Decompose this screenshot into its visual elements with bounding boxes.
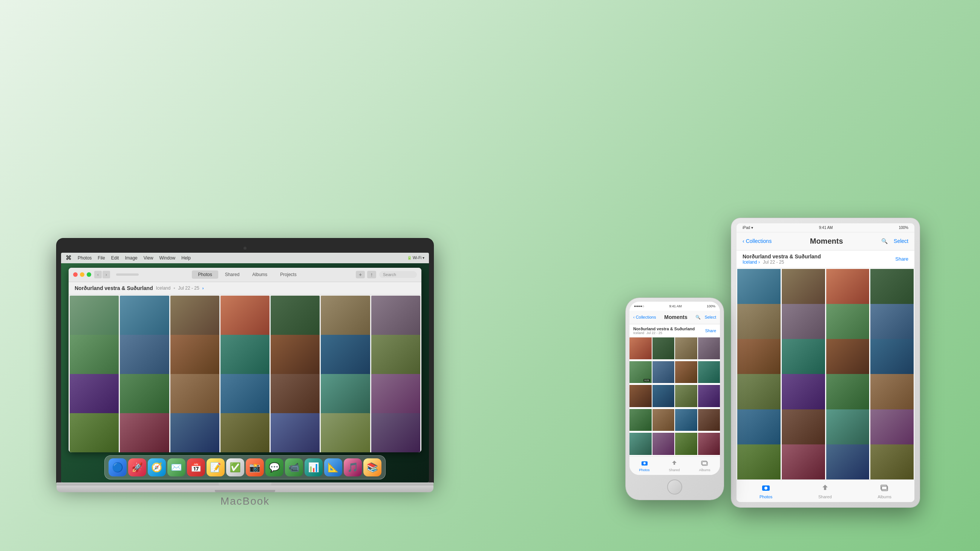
menu-file[interactable]: File xyxy=(98,256,105,260)
iphone-photo-cell[interactable] xyxy=(630,337,652,360)
dock-calendar[interactable]: 📅 xyxy=(187,458,205,476)
apple-menu[interactable]: ⌘ xyxy=(65,254,72,261)
iphone-photo-cell[interactable] xyxy=(698,361,720,383)
dock: 🔵 🚀 🧭 ✉️ 📅 📝 ✅ 📸 💬 📹 📊 📐 🎵 📚 xyxy=(104,455,386,480)
iphone-share-button[interactable]: Share xyxy=(705,329,716,333)
iphone-photo-cell[interactable]: 0:23 xyxy=(630,361,652,383)
iphone-tab-photos[interactable]: Photos xyxy=(639,459,649,472)
iphone-photo-cell[interactable] xyxy=(652,385,675,407)
add-button[interactable]: + xyxy=(356,271,365,278)
menu-edit[interactable]: Edit xyxy=(111,256,119,260)
iphone-moment-header: Norðurland vestra & Suðurland Iceland Ju… xyxy=(630,324,720,337)
iphone-tab-albums[interactable]: Albums xyxy=(699,459,710,472)
macbook-label: MacBook xyxy=(57,495,433,507)
photo-cell[interactable] xyxy=(120,413,169,453)
ipad-photo-cell[interactable] xyxy=(826,445,870,479)
ipad-outer: iPad ▾ 9:41 AM 100% ‹ Collections Moment… xyxy=(731,218,920,507)
maximize-button[interactable] xyxy=(87,272,91,277)
share-button[interactable]: ↑ xyxy=(367,271,376,278)
iphone-photo-cell[interactable] xyxy=(675,409,697,431)
ipad-photo-cell[interactable] xyxy=(782,445,825,479)
dock-ibooks[interactable]: 📚 xyxy=(363,458,382,476)
ipad-moment-dates: Jul 22 - 25 xyxy=(763,259,784,265)
dock-finder[interactable]: 🔵 xyxy=(108,458,127,476)
iphone-device: ●●●●○ 9:41 AM 100% ‹ Collections Moments… xyxy=(626,298,724,500)
iphone-photo-cell[interactable] xyxy=(652,361,675,383)
menu-photos[interactable]: Photos xyxy=(78,256,92,260)
iphone-select-button[interactable]: Select xyxy=(705,315,716,320)
back-arrow[interactable]: ‹ xyxy=(94,271,102,278)
iphone-photo-cell[interactable] xyxy=(698,409,720,431)
tab-photos[interactable]: Photos xyxy=(192,270,218,279)
moment-location[interactable]: Iceland xyxy=(156,286,171,291)
ipad-search-icon[interactable]: 🔍 xyxy=(881,238,888,244)
ipad-tab-photos[interactable]: Photos xyxy=(759,483,772,499)
iphone-back-button[interactable]: ‹ Collections xyxy=(633,315,656,319)
dock-itunes[interactable]: 🎵 xyxy=(344,458,362,476)
iphone-photo-cell[interactable] xyxy=(675,337,697,360)
ipad-photo-cell[interactable] xyxy=(870,445,914,479)
minimize-button[interactable] xyxy=(80,272,84,277)
size-slider[interactable] xyxy=(116,273,139,276)
iphone-photo-cell[interactable] xyxy=(698,433,720,455)
iphone-photo-cell[interactable] xyxy=(652,409,675,431)
iphone-photo-cell[interactable] xyxy=(652,337,675,360)
ipad-photo-cell[interactable] xyxy=(737,445,781,479)
dock-mail[interactable]: ✉️ xyxy=(167,458,185,476)
ipad-back-button[interactable]: ‹ Collections xyxy=(743,238,772,244)
dock-notes[interactable]: 📝 xyxy=(207,458,224,476)
iphone-moment-location[interactable]: Iceland xyxy=(633,331,644,335)
iphone-photo-cell[interactable] xyxy=(675,433,697,455)
menu-image[interactable]: Image xyxy=(125,256,137,260)
close-button[interactable] xyxy=(73,272,78,277)
ipad-shared-icon xyxy=(820,483,830,493)
dock-keynote[interactable]: 📐 xyxy=(324,458,342,476)
menu-view[interactable]: View xyxy=(143,256,153,260)
dock-safari[interactable]: 🧭 xyxy=(148,458,166,476)
iphone-photo-cell[interactable] xyxy=(652,433,675,455)
menu-window[interactable]: Window xyxy=(159,256,176,260)
dock-facetime[interactable]: 📹 xyxy=(285,458,303,476)
dock-launchpad[interactable]: 🚀 xyxy=(128,458,146,476)
iphone-photo-cell[interactable] xyxy=(630,433,652,455)
ipad-device: iPad ▾ 9:41 AM 100% ‹ Collections Moment… xyxy=(731,218,920,507)
iphone-home-button[interactable] xyxy=(667,480,682,494)
tab-projects[interactable]: Projects xyxy=(274,270,302,279)
iphone-photo-cell[interactable] xyxy=(698,337,720,360)
menu-help[interactable]: Help xyxy=(181,256,191,260)
iphone-tab-shared[interactable]: Shared xyxy=(669,459,679,472)
ipad-share-button[interactable]: Share xyxy=(895,256,908,262)
iphone-photo-cell[interactable] xyxy=(630,409,652,431)
macbook-device: ⌘ Photos File Edit Image View Window Hel… xyxy=(57,238,433,507)
search-input[interactable]: Search xyxy=(379,271,417,278)
forward-arrow[interactable]: › xyxy=(102,271,110,278)
photo-cell[interactable] xyxy=(221,413,269,453)
iphone-photo-cell[interactable] xyxy=(698,385,720,407)
macbook-screen-outer: ⌘ Photos File Edit Image View Window Hel… xyxy=(57,238,433,483)
ipad-tab-albums[interactable]: Albums xyxy=(878,483,891,499)
iphone-photo-cell[interactable] xyxy=(675,361,697,383)
photo-cell[interactable] xyxy=(70,413,119,453)
ipad-statusbar: iPad ▾ 9:41 AM 100% xyxy=(737,223,915,232)
macbook-base-center xyxy=(215,490,275,492)
photo-cell[interactable] xyxy=(270,413,320,453)
macbook-base xyxy=(57,486,433,492)
iphone-photo-cell[interactable] xyxy=(630,385,652,407)
ipad-tab-shared[interactable]: Shared xyxy=(818,483,832,499)
photo-cell[interactable] xyxy=(371,413,420,453)
dock-messages[interactable]: 💬 xyxy=(266,458,283,476)
dock-numbers[interactable]: 📊 xyxy=(305,458,323,476)
photos-tab-icon xyxy=(640,459,649,467)
ipad-moment-location[interactable]: Iceland › xyxy=(743,259,760,265)
ipad-select-button[interactable]: Select xyxy=(894,238,908,244)
iphone-search-icon[interactable]: 🔍 xyxy=(695,315,701,320)
tab-albums[interactable]: Albums xyxy=(246,270,273,279)
nav-arrows: ‹ › xyxy=(94,271,110,278)
ipad-battery: 100% xyxy=(899,225,908,230)
photo-cell[interactable] xyxy=(170,413,220,453)
dock-photos[interactable]: 📸 xyxy=(246,458,264,476)
iphone-photo-cell[interactable] xyxy=(675,385,697,407)
dock-reminders[interactable]: ✅ xyxy=(226,458,244,476)
photo-cell[interactable] xyxy=(321,413,370,453)
tab-shared[interactable]: Shared xyxy=(219,270,246,279)
